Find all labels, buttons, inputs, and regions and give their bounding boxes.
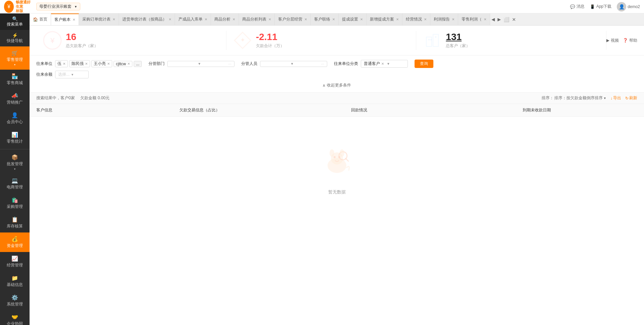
tab-close-new-advance[interactable]: ✕ xyxy=(396,17,399,21)
video-btn[interactable]: ▶ 视频 xyxy=(606,38,619,43)
tab-close-product-analysis[interactable]: ✕ xyxy=(232,17,235,21)
sidebar-item-ecommerce[interactable]: 💻 电商管理 xyxy=(0,174,30,193)
stat-value-debt: -2.11 xyxy=(256,32,284,42)
result-actions: 排序： 排序：按欠款金额倒序排序 ▼ ↓ 导出 ↻ 刷新 xyxy=(542,95,637,101)
video-help-area: ▶ 视频 ❓ 帮助 xyxy=(606,38,637,43)
sidebar-item-wholesale[interactable]: 📦 批发管理 ▾ xyxy=(0,151,30,174)
sidebar-item-enterprise[interactable]: 🤝 企业协同 xyxy=(0,311,30,325)
tab-close-purchase-order[interactable]: ✕ xyxy=(113,17,115,21)
tab-close-product-in[interactable]: ✕ xyxy=(205,17,207,21)
empty-text: 暂无数据 xyxy=(328,189,346,195)
member-icon: 👤 xyxy=(11,112,18,118)
result-info: 搜索结果中，客户0家 欠款金额 0.00元 xyxy=(36,95,110,101)
close-tag-category[interactable]: ✕ xyxy=(381,62,384,66)
svg-text:✦: ✦ xyxy=(240,37,245,43)
close-tag-chen[interactable]: ✕ xyxy=(85,62,88,66)
tab-close-retail-profit[interactable]: ✕ xyxy=(484,17,486,21)
message-btn[interactable]: 💬 消息 xyxy=(570,4,585,9)
sidebar-item-purchase[interactable]: 🛍️ 采购管理 xyxy=(0,193,30,213)
sidebar-item-retail-stats[interactable]: 📊 零售统计 xyxy=(0,128,30,148)
stat-info-debt: -2.11 欠款合计（万） xyxy=(256,32,284,49)
tab-product-analysis-list[interactable]: 商品分析列表 ✕ xyxy=(239,13,275,26)
tab-product-in[interactable]: 产成品入库单 ✕ xyxy=(175,13,211,26)
tab-customer-segment[interactable]: 客户分层经营 ✕ xyxy=(275,13,311,26)
tab-prev[interactable]: ◀ xyxy=(490,17,496,22)
enterprise-icon: 🤝 xyxy=(11,314,18,320)
tab-close-customer-cost[interactable]: ✕ xyxy=(73,18,75,22)
svg-point-14 xyxy=(330,149,334,157)
sidebar-item-operation[interactable]: 📈 经营管理 xyxy=(0,252,30,272)
sidebar-item-finance[interactable]: 💰 资金管理 xyxy=(0,232,30,252)
more-tags-btn[interactable]: ... xyxy=(134,61,142,67)
close-tag-cjttcw[interactable]: ✕ xyxy=(127,62,130,66)
refresh-btn[interactable]: ↻ 刷新 xyxy=(625,95,637,101)
stat-value-total: 131 xyxy=(446,32,470,42)
sidebar-item-inventory[interactable]: 📋 库存核算 xyxy=(0,213,30,232)
collapse-btn[interactable]: ∧ 收起更多条件 xyxy=(36,81,637,89)
dept-label: 分管部门 xyxy=(148,61,165,67)
sidebar-item-retail[interactable]: 🛒 零售管理 ▾ xyxy=(0,46,30,70)
sort-btn[interactable]: 排序： 排序：按欠款金额倒序排序 ▼ xyxy=(542,95,606,101)
svg-rect-6 xyxy=(430,39,432,40)
query-button[interactable]: 查询 xyxy=(415,60,433,68)
svg-rect-3 xyxy=(426,37,432,46)
filter-tag-wu[interactable]: 伍 ✕ xyxy=(55,60,68,67)
tab-customer-cost[interactable]: 客户账本 ✕ xyxy=(51,13,79,26)
filter-tag-wang[interactable]: 王小亮 ✕ xyxy=(91,60,112,67)
filter-tag-chen[interactable]: 陈民强 ✕ xyxy=(69,60,90,67)
sidebar-item-member[interactable]: 👤 会员中心 xyxy=(0,109,30,128)
tab-home[interactable]: 🏠 首页 xyxy=(30,13,51,26)
person-select[interactable]: ▼ ··· xyxy=(260,61,327,67)
wholesale-icon: 📦 xyxy=(11,154,18,160)
stat-card-total-customers: 131 总客户（家） xyxy=(416,31,606,50)
sidebar-item-basic[interactable]: 📁 基础信息 xyxy=(0,272,30,291)
tab-close-operations[interactable]: ✕ xyxy=(424,17,427,21)
col-header-repay: 回款情况 xyxy=(351,107,523,113)
close-tag-wu[interactable]: ✕ xyxy=(63,62,66,66)
balance-label: 往来余额 xyxy=(36,72,52,77)
marketing-icon: 📣 xyxy=(11,93,18,99)
export-btn[interactable]: ↓ 导出 xyxy=(610,95,621,101)
app-download-btn[interactable]: 📱 App下载 xyxy=(590,4,611,9)
dept-select-arrow: ▼ xyxy=(198,62,201,66)
stat-card-debt-total: ✦ -2.11 欠款合计（万） xyxy=(226,31,417,50)
help-btn[interactable]: ❓ 帮助 xyxy=(623,38,637,43)
tab-next[interactable]: ▶ xyxy=(496,17,502,22)
tab-close-customer-contact[interactable]: ✕ xyxy=(332,17,335,21)
user-avatar-btn[interactable]: 👤 demo2 xyxy=(617,2,640,11)
stat-label-total: 总客户（家） xyxy=(446,43,470,49)
tab-close-customer-segment[interactable]: ✕ xyxy=(304,17,307,21)
tab-close-all[interactable]: ✕ xyxy=(511,17,517,22)
tab-close-profit-report[interactable]: ✕ xyxy=(452,17,455,21)
operation-icon: 📈 xyxy=(11,255,18,262)
sidebar-item-system[interactable]: ⚙️ 系统管理 xyxy=(0,291,30,311)
tab-close-purchase-stats[interactable]: ✕ xyxy=(169,17,171,21)
tab-retail-profit[interactable]: 零售利润（ ✕ xyxy=(458,13,490,26)
sidebar-quick-nav[interactable]: ⚡ 快捷导航 xyxy=(0,30,30,46)
tab-product-analysis[interactable]: 商品分析 ✕ xyxy=(211,13,239,26)
empty-icon xyxy=(320,144,354,184)
tab-new-advance[interactable]: 新增提成方案 ✕ xyxy=(367,13,402,26)
industry-selector[interactable]: 母婴行业演示账套 ▼ xyxy=(36,3,80,10)
sidebar-item-marketing[interactable]: 📣 营销推广 xyxy=(0,89,30,109)
category-select[interactable]: 普通客户 ✕ ▼ xyxy=(361,60,408,68)
tab-profit-report[interactable]: 利润报告 ✕ xyxy=(430,13,458,26)
tab-customer-contact[interactable]: 客户联络 ✕ xyxy=(311,13,339,26)
tab-close-product-analysis-list[interactable]: ✕ xyxy=(268,17,271,21)
tab-expand[interactable]: ⬜ xyxy=(502,17,511,22)
close-tag-wang[interactable]: ✕ xyxy=(107,62,110,66)
tab-operations[interactable]: 经营情况 ✕ xyxy=(402,13,430,26)
tab-close-advance-settings[interactable]: ✕ xyxy=(360,17,363,21)
dept-select[interactable]: ▼ ··· xyxy=(167,61,234,67)
tab-purchase-stats[interactable]: 进货单统计表（按商品） ✕ xyxy=(119,13,175,26)
retail-mall-icon: 🏪 xyxy=(11,73,18,79)
finance-icon: 💰 xyxy=(11,236,18,242)
tab-purchase-order[interactable]: 采购订单统计表 ✕ xyxy=(79,13,119,26)
stat-card-total-debt-customers: ¥ 16 总欠款客户（家） xyxy=(36,31,226,50)
sidebar-item-retail-mall[interactable]: 🏪 零售商城 xyxy=(0,70,30,89)
col-header-debt: 欠款交易信息（占比） xyxy=(179,107,351,113)
sidebar-search[interactable]: 🔍 搜索菜单 xyxy=(0,13,30,30)
filter-tag-cjttcw[interactable]: cjttcw ✕ xyxy=(114,61,132,67)
tab-advance-settings[interactable]: 提成设置 ✕ xyxy=(339,13,367,26)
balance-select[interactable]: 选择... ▼ xyxy=(55,71,89,78)
